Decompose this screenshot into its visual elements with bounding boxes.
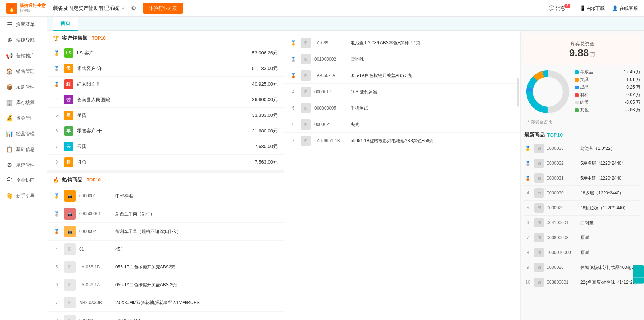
hot-product-row: 8 图 0000011 12070519-xs: [47, 312, 284, 320]
left-column: 🏆 客户销售额 TOP10 🥇 LS LS 客户 53,006.26元 🥈 零 …: [47, 31, 284, 320]
cs-live-button[interactable]: 直播: [633, 278, 644, 284]
legend-item: 成品 0.25 万: [575, 84, 640, 90]
app-download-button[interactable]: 📱 App下载: [580, 5, 605, 12]
sidebar-basic-label: 基础信息: [16, 146, 35, 153]
inventory-unit: 万: [590, 52, 595, 58]
rank-num: 5: [290, 106, 297, 111]
notify-badge: 6: [564, 4, 570, 8]
tab-home[interactable]: 首页: [53, 17, 78, 31]
enterprise-icon: 🏛: [6, 177, 13, 184]
sidebar-item-nav[interactable]: ⊕ 快捷导航: [0, 32, 47, 48]
legend-value: -3.86 万: [625, 107, 640, 113]
rank-num: 6: [290, 122, 297, 127]
mid-product-code: 0000017: [314, 89, 347, 94]
np-code: 0000032: [547, 161, 578, 166]
cs-community-button[interactable]: 服务社区: [633, 271, 644, 278]
donut-chart: [524, 68, 571, 115]
mid-product-img: 图: [301, 54, 311, 64]
hot-product-row: 🥇 📷 0000001 中华神雕: [47, 187, 284, 205]
marketing-icon: 📢: [6, 52, 13, 59]
legend-item: 半成品 12.45 万: [575, 69, 640, 75]
basic-icon: 📋: [6, 146, 13, 153]
customer-avatar: 肖: [64, 157, 73, 167]
customer-avatar: LS: [64, 48, 73, 58]
scroll-indicator: [517, 78, 519, 107]
customer-avatar: 苦: [64, 95, 73, 104]
np-name: 体城茂核味苏打饮品400毫升（1*15）: [580, 264, 640, 271]
rank-num: 6: [53, 282, 60, 287]
sidebar-item-search[interactable]: ☰ 搜索菜单: [0, 17, 47, 32]
rank-medal: 🥉: [524, 176, 531, 181]
legend-item: 肉类 -0.05 万: [575, 99, 640, 106]
mid-product-row: 4 图 0000017 10S 变刹罗猴: [284, 84, 520, 100]
sidebar-enterprise-label: 企业协同: [16, 177, 35, 184]
sidebar-item-sales[interactable]: 🏠 销售管理: [0, 63, 47, 79]
legend-dot: [575, 101, 579, 104]
rank-num: 4: [524, 190, 531, 196]
customer-avatar: 星: [64, 111, 73, 120]
customer-row: 4 苦 苍南县人民医院 36,600.00元: [47, 92, 284, 108]
cs-hotline-button[interactable]: 客服热线: [633, 265, 644, 271]
product-img: 📷: [64, 208, 76, 220]
system-selector[interactable]: 装备及固定资产辅助管理系统 ▾: [53, 5, 124, 12]
customer-top10-title: 🏆 客户销售额 TOP10: [53, 35, 106, 41]
mid-product-img: 图: [301, 136, 311, 146]
customer-amount: 33,333.00元: [252, 112, 278, 119]
settings-button[interactable]: ⚙: [129, 3, 139, 13]
cs-panel: 客服热线 服务社区 直播: [633, 265, 644, 284]
sidebar-item-finance[interactable]: 💰 资金管理: [0, 110, 47, 126]
mid-product-scroll[interactable]: 🥇 图 LA-089 电池盖 LA-089 ABS本色+黑种 7.1克 🥈 图 …: [284, 35, 520, 149]
sidebar-system-label: 系统管理: [16, 162, 35, 168]
np-img: 图: [534, 248, 544, 257]
sidebar-sales-label: 销售管理: [16, 68, 35, 75]
customer-avatar: 零: [64, 126, 73, 136]
hot-products-header: 🔥 热销商品 TOP10: [47, 173, 284, 187]
sidebar-item-basic[interactable]: 📋 基础信息: [0, 141, 47, 157]
legend-dot: [575, 108, 579, 112]
service-icon: 👤: [612, 5, 618, 11]
sidebar-item-system[interactable]: ⚙ 系统管理: [0, 157, 47, 173]
hot-product-list: 🥇 📷 0000001 中华神雕 🥈 📷 000500001 新西兰牛肉（新牛）…: [47, 187, 284, 320]
mid-product-row: 5 图 000800005 手机测试: [284, 100, 520, 116]
trial-button[interactable]: 体验行业方案: [143, 3, 183, 14]
np-img: 图: [534, 173, 544, 183]
hot-product-row: 5 图 LA-056-1B 056-1B白色按键开关壳ABS2壳: [47, 258, 284, 276]
np-name: 白钢垫: [580, 220, 640, 226]
rank-medal: 🥉: [53, 82, 60, 87]
search-icon: ☰: [6, 21, 13, 28]
new-product-row: 🥇 图 0000033 封边带（1.0*22）: [524, 141, 640, 156]
np-code: 000800008: [547, 235, 578, 240]
hot-product-row: 🥈 📷 000500001 新西兰牛肉（新牛）: [47, 205, 284, 223]
product-img-placeholder: 图: [64, 261, 76, 273]
rank-num: 9: [524, 265, 531, 270]
product-img: 📷: [64, 190, 76, 202]
inventory-label: 库存总资金: [530, 41, 635, 47]
legend-item: 材料 0.07 万: [575, 92, 640, 98]
legend-label: 半成品: [580, 69, 621, 75]
online-service-button[interactable]: 👤 在线客服: [612, 5, 638, 12]
mid-product-code: LA-59651-1B: [314, 138, 347, 143]
np-name: 原崖: [580, 235, 640, 241]
notify-button[interactable]: 💬 消息 6: [549, 5, 572, 12]
fire-icon: 🔥: [53, 177, 59, 183]
sidebar-finance-label: 资金管理: [16, 115, 35, 122]
mid-column: 🥇 图 LA-089 电池盖 LA-089 ABS本色+黑种 7.1克 🥈 图 …: [284, 31, 521, 320]
rank-medal: 🥇: [290, 40, 297, 46]
sidebar-item-inventory[interactable]: 🏢 库存核算: [0, 95, 47, 110]
sidebar-item-enterprise[interactable]: 🏛 企业协同: [0, 173, 47, 188]
message-icon: 💬: [549, 5, 554, 11]
mid-product-name: 电池盖 LA-089 ABS本色+黑种 7.1克: [351, 40, 514, 46]
sidebar-item-purchase[interactable]: 📦 采购管理: [0, 79, 47, 95]
legend-value: 0.25 万: [626, 84, 640, 90]
sidebar-item-operation[interactable]: 📊 经营管理: [0, 126, 47, 141]
sidebar-item-marketing[interactable]: 📢 营销推广: [0, 48, 47, 63]
np-code: 0000030: [547, 190, 578, 196]
mid-product-name: 10S 变刹罗猴: [351, 89, 514, 95]
customer-name: 肖总: [77, 159, 251, 165]
inventory-icon: 🏢: [6, 99, 13, 106]
sidebar-item-guide[interactable]: 👋 新手引导: [0, 188, 47, 204]
phone-icon: 📱: [580, 5, 586, 11]
new-product-row: 5 图 0000029 18颗粒板（1220*2440）: [524, 201, 640, 216]
customer-amount: 21,680.00元: [252, 128, 278, 134]
sidebar-nav-label: 快捷导航: [16, 37, 35, 44]
